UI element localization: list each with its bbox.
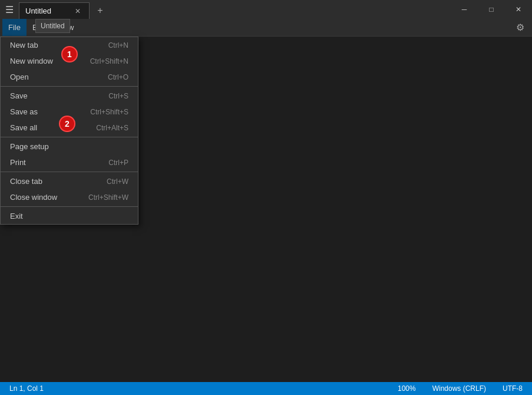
menu-item-label: Open <box>10 73 29 81</box>
menu-item-label: Save <box>10 91 28 100</box>
menu-bar: File Edit View ⚙ <box>0 19 532 37</box>
active-tab[interactable]: Untitled ✕ <box>19 2 90 19</box>
menu-separator <box>1 206 138 207</box>
menu-item-shortcut: Ctrl+N <box>108 41 128 50</box>
app-icon: ☰ <box>0 0 19 19</box>
close-button[interactable]: ✕ <box>505 0 532 19</box>
view-menu[interactable]: View <box>51 19 80 36</box>
settings-button[interactable]: ⚙ <box>511 19 530 37</box>
menu-item-label: Close tab <box>10 177 42 186</box>
menu-item-new-window[interactable]: New windowCtrl+Shift+N <box>1 53 138 69</box>
new-tab-button[interactable]: + <box>92 2 108 19</box>
minimize-button[interactable]: ─ <box>451 0 478 19</box>
menu-item-page-setup[interactable]: Page setup <box>1 139 138 154</box>
tab-close-button[interactable]: ✕ <box>72 6 83 17</box>
menu-item-shortcut: Ctrl+W <box>107 177 128 186</box>
menu-item-label: New window <box>10 57 53 65</box>
file-dropdown-menu: New tabCtrl+NNew windowCtrl+Shift+NOpenC… <box>0 37 138 225</box>
menu-item-open[interactable]: OpenCtrl+O <box>1 69 138 85</box>
menu-item-shortcut: Ctrl+Alt+S <box>96 124 128 132</box>
menu-item-print[interactable]: PrintCtrl+P <box>1 154 138 170</box>
status-bar: Ln 1, Col 1 100% Windows (CRLF) UTF-8 <box>0 382 532 395</box>
zoom-level[interactable]: 100% <box>394 384 419 393</box>
menu-item-label: Close window <box>10 193 57 202</box>
maximize-button[interactable]: □ <box>478 0 505 19</box>
menu-item-shortcut: Ctrl+Shift+N <box>90 57 128 65</box>
file-menu[interactable]: File <box>2 19 27 36</box>
menu-item-shortcut: Ctrl+S <box>108 92 128 100</box>
tab-label: Untitled <box>25 6 51 15</box>
cursor-position[interactable]: Ln 1, Col 1 <box>6 382 47 395</box>
menu-separator <box>1 172 138 172</box>
window-controls: ─ □ ✕ <box>451 0 532 19</box>
menu-item-label: Print <box>10 158 26 167</box>
menu-separator <box>1 137 138 137</box>
menu-item-label: New tab <box>10 41 38 50</box>
menu-item-close-tab[interactable]: Close tabCtrl+W <box>1 173 138 189</box>
menu-item-label: Save as <box>10 107 38 116</box>
line-ending[interactable]: Windows (CRLF) <box>429 384 490 393</box>
menu-item-close-window[interactable]: Close windowCtrl+Shift+W <box>1 189 138 205</box>
menu-separator <box>1 86 138 87</box>
menu-item-label: Save all <box>10 123 37 132</box>
tab-strip: Untitled ✕ + <box>19 0 451 19</box>
menu-item-shortcut: Ctrl+Shift+S <box>90 108 128 116</box>
status-right: 100% Windows (CRLF) UTF-8 <box>394 384 526 393</box>
menu-item-save-as[interactable]: Save asCtrl+Shift+S <box>1 104 138 120</box>
menu-item-save[interactable]: SaveCtrl+S <box>1 88 138 104</box>
menu-item-exit[interactable]: Exit <box>1 208 138 224</box>
title-bar: ☰ Untitled ✕ + ─ □ ✕ <box>0 0 532 19</box>
menu-item-shortcut: Ctrl+P <box>108 159 128 167</box>
encoding[interactable]: UTF-8 <box>499 384 526 393</box>
menu-item-new-tab[interactable]: New tabCtrl+N <box>1 37 138 53</box>
menu-item-save-all[interactable]: Save allCtrl+Alt+S <box>1 120 138 136</box>
menu-item-shortcut: Ctrl+Shift+W <box>88 193 128 202</box>
menu-item-label: Page setup <box>10 142 49 151</box>
menu-item-label: Exit <box>10 212 23 220</box>
menu-item-shortcut: Ctrl+O <box>108 73 128 81</box>
edit-menu[interactable]: Edit <box>27 19 51 36</box>
